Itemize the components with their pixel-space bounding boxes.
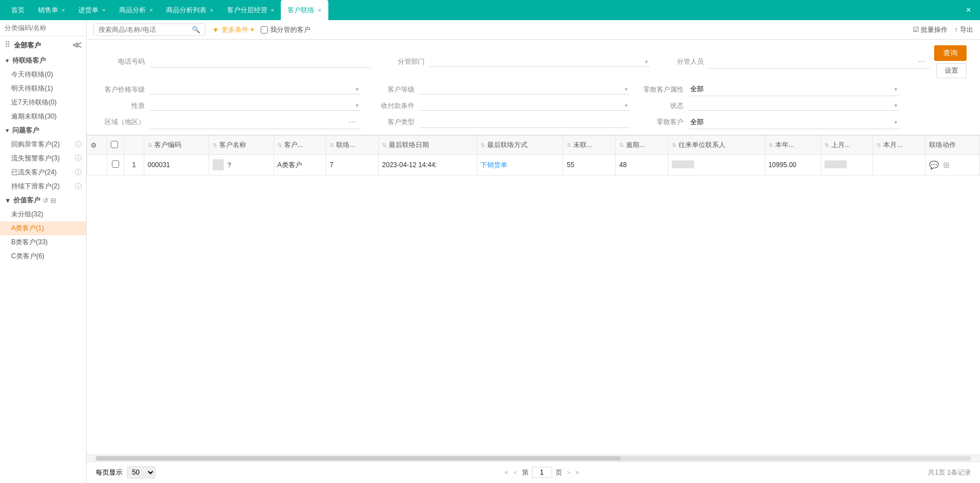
sidebar-item-churn-warning[interactable]: 流失预警客户(3) ⓘ: [0, 151, 86, 165]
more-filters-button[interactable]: ▼ 更多条件 ▾: [212, 25, 254, 35]
sidebar-search-box[interactable]: 🔍: [0, 20, 86, 36]
declining-label: 持续下滑客户(2): [11, 182, 60, 191]
filter-manager-input[interactable]: ···: [708, 55, 930, 69]
my-customers-filter[interactable]: 我分管的客户: [261, 25, 310, 35]
nav-product-analysis[interactable]: 商品分析 ×: [112, 0, 159, 20]
row-checkbox: [107, 155, 124, 176]
nav-purchase-order[interactable]: 进货单 ×: [72, 0, 112, 20]
column-current-year[interactable]: ⇅本年...: [765, 136, 821, 155]
my-customers-checkbox[interactable]: [261, 26, 268, 34]
settings-group-icon[interactable]: ⊟: [50, 197, 56, 205]
filter-price-select[interactable]: ▾: [149, 84, 361, 94]
horizontal-scroll[interactable]: [87, 454, 980, 461]
manager-dots-icon[interactable]: ···: [916, 56, 927, 67]
filter-status-select[interactable]: ▾: [688, 101, 899, 111]
filter-retail-attr-select[interactable]: 全部 ▾: [688, 83, 899, 96]
page-size-select-input[interactable]: 50 100 200: [127, 466, 156, 479]
nav-sales-order[interactable]: 销售单 ×: [31, 0, 72, 20]
sidebar-item-week[interactable]: 近7天待联络(0): [0, 96, 86, 110]
customer-avatar: [213, 159, 224, 171]
sidebar-search-input[interactable]: [4, 24, 87, 32]
sidebar-collapse-icon[interactable]: ≪: [72, 40, 82, 50]
sidebar-all-customers[interactable]: ⠿ 全部客户 ≪: [0, 36, 86, 54]
next-page-button[interactable]: ＞: [566, 468, 572, 477]
sidebar-item-class-b[interactable]: B类客户(33): [0, 235, 86, 249]
column-gear[interactable]: ⚙: [87, 136, 107, 155]
close-product-list-icon[interactable]: ×: [210, 7, 213, 13]
close-all-button[interactable]: ×: [962, 5, 976, 15]
sidebar-item-declining[interactable]: 持续下滑客户(2) ⓘ: [0, 179, 86, 193]
last-page-button[interactable]: »: [576, 468, 579, 476]
phone-input[interactable]: [152, 58, 369, 65]
row-current-year: 10995.00: [765, 155, 821, 176]
group-pending-contact[interactable]: ▼ 待联络客户: [0, 54, 86, 68]
search-input[interactable]: [98, 26, 192, 34]
column-current-month[interactable]: ⇅本月...: [873, 136, 926, 155]
sidebar-item-churned[interactable]: 已流失客户(24) ⓘ: [0, 165, 86, 179]
close-purchase-icon[interactable]: ×: [102, 7, 105, 13]
column-contact-count[interactable]: ⇅联络...: [326, 136, 379, 155]
close-sales-icon[interactable]: ×: [62, 7, 65, 13]
export-button[interactable]: ↑ 导出: [954, 25, 973, 35]
current-page-input[interactable]: [532, 467, 552, 478]
search-icon[interactable]: 🔍: [192, 26, 200, 34]
filter-status: 状态 ▾: [634, 101, 904, 111]
filter-region: 区域（地区） ···: [96, 115, 365, 129]
nav-product-list[interactable]: 商品分析列表 ×: [159, 0, 220, 20]
query-button[interactable]: 查询: [934, 45, 967, 61]
manager-input[interactable]: [710, 58, 915, 65]
sidebar-item-ungrouped[interactable]: 未分组(32): [0, 207, 86, 221]
last-method-link[interactable]: 下销货单: [480, 161, 507, 169]
column-type[interactable]: ⇅客户...: [274, 136, 326, 155]
customer-type-input[interactable]: [421, 118, 628, 126]
column-last-month[interactable]: ⇅上月...: [821, 136, 873, 155]
filter-customer-level-select[interactable]: ▾: [419, 84, 630, 94]
search-box[interactable]: 🔍: [93, 23, 205, 36]
first-page-button[interactable]: «: [505, 468, 508, 476]
select-all-checkbox[interactable]: [111, 141, 118, 148]
action-share-icon[interactable]: ⊞: [943, 160, 950, 169]
column-name[interactable]: ⇅客户名称: [209, 136, 274, 155]
column-action: 联络动作: [926, 136, 980, 155]
sidebar-item-class-a[interactable]: A类客户(1): [0, 221, 86, 235]
sidebar-item-abnormal-repurchase[interactable]: 回购异常客户(2) ⓘ: [0, 138, 86, 151]
filter-phone-input[interactable]: [149, 56, 371, 68]
filter-retail-select[interactable]: 全部 ▾: [688, 116, 899, 129]
settings-button[interactable]: 设置: [936, 63, 967, 78]
batch-op-button[interactable]: ☑ 批量操作: [913, 25, 948, 35]
filter-payment-select[interactable]: ▾: [419, 101, 630, 111]
filter-customer-type: 客户类型: [365, 116, 635, 128]
filter-nature-select[interactable]: ▾: [149, 101, 361, 111]
scroll-thumb[interactable]: [96, 456, 621, 461]
nav-customer-segment[interactable]: 客户分层经营 ×: [220, 0, 281, 20]
sidebar-item-class-c[interactable]: C类客户(6): [0, 249, 86, 263]
nav-customer-contact[interactable]: 客户联络 ×: [281, 0, 328, 20]
prev-page-button[interactable]: ＜: [512, 468, 519, 477]
row-checkbox-input[interactable]: [112, 160, 119, 168]
filter-customer-type-input[interactable]: [419, 116, 630, 128]
column-code[interactable]: ⇅客户编码: [144, 136, 209, 155]
close-product-analysis-icon[interactable]: ×: [149, 7, 153, 13]
refresh-icon[interactable]: ↺: [43, 197, 48, 205]
sidebar-item-tomorrow[interactable]: 明天待联络(1): [0, 82, 86, 96]
close-customer-segment-icon[interactable]: ×: [271, 7, 274, 13]
group-value-label: 价值客户: [13, 196, 40, 205]
sidebar-item-today[interactable]: 今天待联络(0): [0, 68, 86, 82]
close-customer-contact-icon[interactable]: ×: [318, 7, 321, 13]
column-overdue[interactable]: ⇅逾期...: [616, 136, 668, 155]
filter-region-input[interactable]: ···: [149, 115, 361, 129]
action-message-icon[interactable]: 💬: [929, 160, 939, 169]
nav-home[interactable]: 首页: [4, 0, 31, 20]
group-problem-customers[interactable]: ▼ 问题客户: [0, 124, 86, 138]
filter-dept-select[interactable]: ▾: [429, 57, 651, 67]
column-last-date[interactable]: ⇅最后联络日期: [379, 136, 477, 155]
column-related-contact[interactable]: ⇅往来单位联系人: [668, 136, 765, 155]
sidebar-item-overdue[interactable]: 逾期未联络(30): [0, 110, 86, 124]
region-input[interactable]: [152, 118, 346, 126]
column-last-method[interactable]: ⇅最后联络方式: [477, 136, 563, 155]
scroll-track[interactable]: [96, 456, 971, 461]
filter-icon: ▼: [212, 26, 219, 34]
column-uncontacted[interactable]: ⇅未联...: [563, 136, 616, 155]
query-btn-group: 查询 设置: [934, 45, 971, 78]
region-dots-icon[interactable]: ···: [346, 117, 358, 127]
